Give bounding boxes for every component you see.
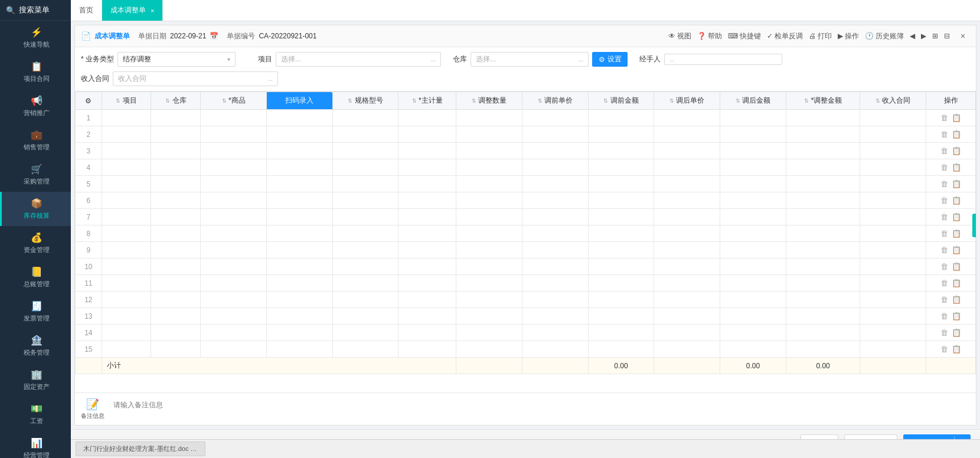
cell-adj-qty[interactable] (456, 126, 522, 143)
cell-income-contract[interactable] (860, 259, 926, 275)
right-accent[interactable] (972, 214, 976, 237)
cell-adj-amount[interactable] (786, 259, 860, 275)
cell-product[interactable] (201, 192, 267, 209)
cell-scan[interactable] (266, 325, 332, 341)
sidebar-item-inventory[interactable]: 📦库存核算 (0, 192, 71, 226)
cell-prev-price[interactable] (522, 126, 588, 143)
cell-income-contract[interactable] (860, 126, 926, 143)
delete-icon[interactable]: 🗑 (940, 146, 948, 155)
cell-prev-amount[interactable] (588, 209, 654, 225)
cell-prev-price[interactable] (522, 110, 588, 126)
th-adj-amount[interactable]: ⇅ *调整金额 (786, 92, 860, 110)
cell-income-contract[interactable] (860, 325, 926, 341)
cell-adj-qty[interactable] (456, 159, 522, 176)
cell-project[interactable] (102, 325, 151, 341)
delete-icon[interactable]: 🗑 (940, 130, 948, 139)
cell-adj-qty[interactable] (456, 325, 522, 341)
cell-warehouse[interactable] (151, 110, 201, 126)
sidebar-item-general-ledger[interactable]: 📒总账管理 (0, 260, 71, 295)
th-project[interactable]: ⇅ 项目 (102, 92, 151, 110)
warehouse-input[interactable]: 选择... ... (471, 52, 589, 67)
delete-icon[interactable]: 🗑 (940, 295, 948, 304)
cell-unit[interactable] (398, 110, 456, 126)
th-after-amount[interactable]: ⇅ 调后金额 (720, 92, 786, 110)
cell-project[interactable] (102, 176, 151, 192)
sidebar-item-project-contract[interactable]: 📋项目合同 (0, 55, 71, 89)
cell-adj-amount[interactable] (786, 192, 860, 209)
cell-unit[interactable] (398, 242, 456, 259)
copy-icon[interactable]: 📋 (952, 295, 961, 304)
note-input[interactable] (110, 398, 970, 412)
delete-icon[interactable]: 🗑 (940, 212, 948, 221)
cell-project[interactable] (102, 159, 151, 176)
cell-after-amount[interactable] (720, 292, 786, 308)
cell-after-amount[interactable] (720, 110, 786, 126)
cell-income-contract[interactable] (860, 110, 926, 126)
cell-spec[interactable] (332, 159, 398, 176)
cell-after-amount[interactable] (720, 341, 786, 358)
cell-unit[interactable] (398, 308, 456, 325)
cell-adj-qty[interactable] (456, 242, 522, 259)
cell-prev-price[interactable] (522, 308, 588, 325)
cell-adj-amount[interactable] (786, 325, 860, 341)
cell-unit[interactable] (398, 341, 456, 358)
project-input[interactable]: 选择... ... (276, 52, 441, 67)
cell-product[interactable] (201, 209, 267, 225)
sidebar-item-funds[interactable]: 💰资金管理 (0, 226, 71, 260)
cell-after-price[interactable] (654, 259, 720, 275)
tab-cost-adjustment[interactable]: 成本调整单 × (102, 0, 163, 21)
cell-income-contract[interactable] (860, 308, 926, 325)
cell-scan[interactable] (266, 275, 332, 292)
delete-icon[interactable]: 🗑 (940, 262, 948, 271)
cell-after-price[interactable] (654, 292, 720, 308)
cell-product[interactable] (201, 259, 267, 275)
copy-icon[interactable]: 📋 (952, 312, 961, 320)
cell-project[interactable] (102, 143, 151, 159)
cell-project[interactable] (102, 110, 151, 126)
cell-income-contract[interactable] (860, 192, 926, 209)
cell-scan[interactable] (266, 176, 332, 192)
operate-btn[interactable]: ▶操作 (838, 31, 859, 41)
cell-scan[interactable] (266, 159, 332, 176)
form-close-btn[interactable]: × (956, 29, 970, 43)
copy-icon[interactable]: 📋 (952, 212, 961, 221)
cell-project[interactable] (102, 242, 151, 259)
cell-scan[interactable] (266, 242, 332, 259)
cell-income-contract[interactable] (860, 242, 926, 259)
delete-icon[interactable]: 🗑 (940, 279, 948, 287)
delete-icon[interactable]: 🗑 (940, 179, 948, 188)
sidebar-search[interactable]: 🔍 搜索菜单 (0, 0, 71, 21)
cell-adj-qty[interactable] (456, 341, 522, 358)
cell-spec[interactable] (332, 325, 398, 341)
cell-unit[interactable] (398, 176, 456, 192)
th-spec[interactable]: ⇅ 规格型号 (332, 92, 398, 110)
copy-icon[interactable]: 📋 (952, 196, 961, 205)
cell-after-price[interactable] (654, 110, 720, 126)
cell-income-contract[interactable] (860, 143, 926, 159)
cell-warehouse[interactable] (151, 242, 201, 259)
cell-after-amount[interactable] (720, 209, 786, 225)
delete-icon[interactable]: 🗑 (940, 229, 948, 238)
copy-icon[interactable]: 📋 (952, 279, 961, 287)
sidebar-item-fixed-assets[interactable]: 🏢固定资产 (0, 363, 71, 397)
cell-warehouse[interactable] (151, 192, 201, 209)
copy-icon[interactable]: 📋 (952, 328, 961, 337)
cell-prev-amount[interactable] (588, 192, 654, 209)
copy-icon[interactable]: 📋 (952, 163, 961, 172)
cell-unit[interactable] (398, 209, 456, 225)
th-prev-price[interactable]: ⇅ 调前单价 (522, 92, 588, 110)
cell-warehouse[interactable] (151, 159, 201, 176)
cell-after-amount[interactable] (720, 143, 786, 159)
cell-adj-amount[interactable] (786, 143, 860, 159)
cell-adj-amount[interactable] (786, 341, 860, 358)
cell-after-price[interactable] (654, 126, 720, 143)
cell-adj-qty[interactable] (456, 143, 522, 159)
cell-prev-price[interactable] (522, 143, 588, 159)
cell-adj-qty[interactable] (456, 225, 522, 242)
cell-prev-price[interactable] (522, 176, 588, 192)
cell-project[interactable] (102, 292, 151, 308)
cell-prev-price[interactable] (522, 242, 588, 259)
cell-after-amount[interactable] (720, 308, 786, 325)
cell-scan[interactable] (266, 259, 332, 275)
cell-after-price[interactable] (654, 209, 720, 225)
